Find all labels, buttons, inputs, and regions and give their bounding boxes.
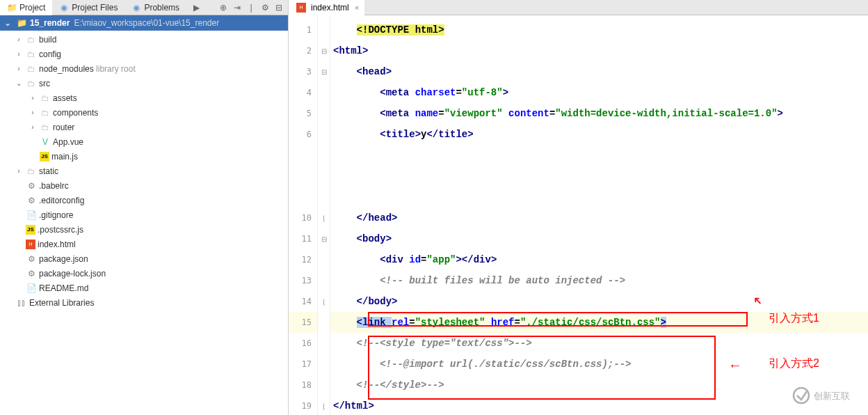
hide-icon[interactable]: ⊟ [273,1,285,14]
tree-item-config[interactable]: ›🗀config [0,47,288,61]
library-icon: ⫿⫿ [16,297,27,308]
project-root[interactable]: ⌄ 📁 15_render E:\miaov_workspace\01-vue\… [0,15,288,31]
folder-icon: 🗀 [40,107,51,118]
watermark: 创新互联 [791,385,861,408]
fold-end-icon[interactable]: ⌊ [318,208,330,228]
tree-item-node-modules[interactable]: ›🗀node_modules library root [0,61,288,76]
project-tree: ›🗀build ›🗀config ›🗀node_modules library … [0,31,288,415]
arrow-icon: ← [731,358,739,374]
tab-label: Project [19,3,45,13]
tree-item-package-lock[interactable]: ⚙package-lock.json [0,266,288,281]
line-number-gutter: 1 2 3 4 5 6 10 11 12 13 14 15 16 17 18 1… [289,15,318,415]
tree-item-router[interactable]: ›🗀router [0,120,288,134]
tree-item-static[interactable]: ›🗀static [0,164,288,178]
project-path-text: E:\miaov_workspace\01-vue\15_render [74,18,219,28]
fold-icon[interactable]: ⊟ [318,228,330,249]
tree-item-index-html[interactable]: Hindex.html [0,237,288,251]
folder-icon: 🗀 [40,122,51,133]
project-panel: 📁 Project ◉ Project Files ◉ Problems ▶ ⊕… [0,0,289,415]
html-icon: H [26,240,35,249]
html-icon: H [296,3,306,13]
editor-panel: H index.html × 1 2 3 4 5 6 10 11 12 13 1… [289,0,868,415]
js-icon: JS [26,225,35,235]
fold-icon[interactable]: ⊟ [318,61,330,82]
tab-project[interactable]: 📁 Project [0,0,52,15]
editor-tabs-bar: H index.html × [289,0,868,15]
project-tabs: 📁 Project ◉ Project Files ◉ Problems ▶ ⊕… [0,0,288,15]
tree-item-readme[interactable]: 📄README.md [0,281,288,295]
tree-item-app-vue[interactable]: VApp.vue [0,134,288,149]
files-icon: ◉ [59,3,69,13]
folder-icon: 🗀 [26,166,37,177]
chevron-down-icon: ⌄ [4,18,11,28]
tree-item-components[interactable]: ›🗀components [0,105,288,120]
chevron-right-icon: › [28,109,38,116]
chevron-right-icon: › [28,94,38,102]
chevron-right-icon: › [14,167,24,175]
file-icon: ⚙ [26,180,37,191]
tab-problems[interactable]: ◉ Problems [124,0,186,15]
tree-item-external-libs[interactable]: ⫿⫿External Libraries [0,295,288,310]
js-icon: JS [40,152,49,162]
tab-label: Project Files [72,3,118,13]
code-body[interactable]: <!DOCTYPE html> <html> <head> <meta char… [330,15,868,415]
vue-icon: V [40,136,51,148]
tab-more[interactable]: ▶ [186,0,207,15]
close-icon[interactable]: × [355,3,359,12]
tree-item-build[interactable]: ›🗀build [0,32,288,47]
file-icon: 📄 [26,210,37,221]
editor-tab-label: index.html [311,3,349,13]
tree-item-assets[interactable]: ›🗀assets [0,91,288,105]
tab-label: Problems [144,3,179,13]
json-icon: ⚙ [26,253,37,265]
file-icon: ⚙ [26,195,37,206]
tree-item-main-js[interactable]: JSmain.js [0,149,288,164]
tree-item-babelrc[interactable]: ⚙.babelrc [0,178,288,193]
editor-tab-index[interactable]: H index.html × [289,0,364,15]
folder-icon: 🗀 [26,34,37,45]
project-name: 15_render [30,18,70,28]
folder-icon: 🗀 [26,78,37,89]
folder-icon: 🗀 [26,63,37,75]
fold-gutter: ⊟ ⊟ ⌊ ⊟ ⌊ ⌊ [318,15,330,415]
collapse-icon[interactable]: ⇥ [231,1,243,14]
annotation-text-2: 引入方式2 [769,357,819,371]
tab-project-files[interactable]: ◉ Project Files [52,0,124,15]
chevron-right-icon: › [28,123,38,131]
gear-icon[interactable]: ⚙ [259,1,271,14]
fold-end-icon[interactable]: ⌊ [318,291,330,312]
tree-item-gitignore[interactable]: 📄.gitignore [0,208,288,222]
tree-item-package-json[interactable]: ⚙package.json [0,251,288,266]
chevron-right-icon: › [14,36,24,43]
chevron-right-icon: › [14,50,24,58]
fold-end-icon[interactable]: ⌊ [318,396,330,415]
tree-item-editorconfig[interactable]: ⚙.editorconfig [0,193,288,208]
folder-icon: 🗀 [40,93,51,104]
annotation-text-1: 引入方式1 [769,311,819,326]
project-icon: 📁 [7,3,17,13]
tree-item-postcssrc[interactable]: JS.postcssrc.js [0,222,288,237]
folder-icon: 📁 [17,18,27,28]
divider: | [245,1,257,14]
fold-icon[interactable]: ⊟ [318,40,330,61]
json-icon: ⚙ [26,268,37,279]
chevron-right-icon: › [14,65,24,72]
folder-icon: 🗀 [26,49,37,60]
editor-area[interactable]: 1 2 3 4 5 6 10 11 12 13 14 15 16 17 18 1… [289,15,868,415]
chevron-down-icon: ⌄ [14,79,24,87]
file-icon: 📄 [26,283,37,294]
svg-text:创新互联: 创新互联 [814,391,850,401]
problems-icon: ◉ [131,3,141,13]
tree-item-src[interactable]: ⌄🗀src [0,76,288,91]
target-icon[interactable]: ⊕ [217,1,230,14]
